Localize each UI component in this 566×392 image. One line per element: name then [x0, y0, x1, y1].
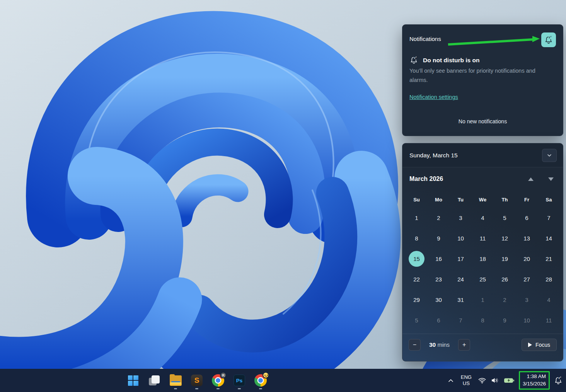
sublime-text-button[interactable]: S [188, 370, 205, 390]
clock-time: 1:38 AM [523, 373, 546, 380]
language-indicator[interactable]: ENG US [461, 374, 472, 387]
chrome-profile-badge: R [220, 372, 227, 378]
calendar-day[interactable]: 14 [538, 228, 560, 249]
network-button[interactable] [478, 376, 486, 385]
calendar-day[interactable]: 18 [472, 249, 494, 269]
calendar-grid: SuMoTuWeThFrSa12345678910111213141516171… [402, 191, 563, 334]
calendar-day[interactable]: 6 [428, 310, 450, 331]
calendar-month-row: March 2026 [402, 167, 563, 191]
calendar-day[interactable]: 11 [538, 310, 560, 331]
play-icon [528, 343, 532, 347]
dnd-status-title: Do not disturb is on [423, 57, 479, 64]
calendar-day[interactable]: 11 [472, 228, 494, 249]
battery-button[interactable] [503, 376, 515, 385]
folder-icon [170, 375, 182, 386]
calendar-day[interactable]: 16 [428, 249, 450, 269]
calendar-day[interactable]: 22 [406, 269, 428, 290]
running-indicator [259, 388, 262, 389]
calendar-day[interactable]: 2 [494, 290, 516, 310]
dnd-status-row: Do not disturb is on [409, 56, 556, 65]
calendar-body: March 2026 SuMoTuWeThFrSa123456789101112… [402, 167, 563, 361]
focus-duration-label: 30 mins [429, 341, 450, 348]
volume-button[interactable] [490, 376, 500, 385]
calendar-day[interactable]: 21 [538, 249, 560, 269]
taskbar: S R Ps [0, 369, 566, 392]
calendar-day[interactable]: 20 [516, 249, 538, 269]
language-line1: ENG [461, 374, 472, 380]
calendar-day[interactable]: 6 [516, 208, 538, 228]
calendar-month-label[interactable]: March 2026 [409, 176, 443, 182]
running-indicator [217, 388, 220, 389]
calendar-day[interactable]: 29 [406, 290, 428, 310]
calendar-day-header: Su [406, 191, 428, 208]
task-view-button[interactable] [146, 370, 163, 390]
calendar-previous-month-button[interactable] [527, 176, 534, 182]
running-indicator [238, 388, 241, 389]
desktop: z z [0, 0, 566, 392]
focus-duration-unit: mins [437, 341, 450, 348]
chrome-profile1-button[interactable]: R [210, 370, 227, 390]
tray-notification-bell-button[interactable] [554, 376, 563, 385]
dnd-status-description: You’ll only see banners for priority not… [409, 66, 554, 85]
calendar-collapse-button[interactable] [542, 149, 557, 162]
start-focus-session-button[interactable]: Focus [522, 339, 557, 351]
running-indicator [195, 388, 198, 389]
calendar-day[interactable]: 8 [406, 228, 428, 249]
calendar-day[interactable]: 1 [472, 290, 494, 310]
clock-highlight-box: 1:38 AM 3/15/2026 [519, 371, 550, 390]
calendar-day[interactable]: 5 [494, 208, 516, 228]
triangle-up-icon [528, 177, 534, 181]
bell-sleep-icon [554, 376, 563, 385]
calendar-day[interactable]: 17 [450, 249, 472, 269]
photoshop-icon: Ps [234, 375, 245, 386]
calendar-day[interactable]: 24 [450, 269, 472, 290]
calendar-day[interactable]: 12 [494, 228, 516, 249]
calendar-day-header: Tu [450, 191, 472, 208]
calendar-day[interactable]: 10 [516, 310, 538, 331]
calendar-day[interactable]: 13 [516, 228, 538, 249]
running-indicator [174, 388, 177, 389]
chevron-up-icon [448, 378, 453, 382]
calendar-day[interactable]: 8 [472, 310, 494, 331]
increase-focus-duration-button[interactable]: + [458, 339, 470, 351]
calendar-day[interactable]: 25 [472, 269, 494, 290]
calendar-day[interactable]: 23 [428, 269, 450, 290]
calendar-day[interactable]: 3 [450, 208, 472, 228]
calendar-day[interactable]: 10 [450, 228, 472, 249]
calendar-day-header: Sa [538, 191, 560, 208]
notification-settings-link[interactable]: Notification settings [409, 94, 458, 100]
photoshop-button[interactable]: Ps [231, 370, 248, 390]
calendar-day[interactable]: 19 [494, 249, 516, 269]
chrome-profile2-button[interactable] [252, 370, 269, 390]
calendar-flyout: Sunday, March 15 March 2026 SuM [402, 143, 563, 361]
calendar-day[interactable]: 5 [406, 310, 428, 331]
calendar-day[interactable]: 31 [450, 290, 472, 310]
calendar-day[interactable]: 9 [494, 310, 516, 331]
focus-session-bar: − 30 mins + Focus [402, 334, 563, 355]
calendar-day[interactable]: 26 [494, 269, 516, 290]
clock[interactable]: 1:38 AM 3/15/2026 [523, 373, 546, 388]
decrease-focus-duration-button[interactable]: − [409, 339, 421, 351]
calendar-day[interactable]: 3 [516, 290, 538, 310]
wifi-icon [478, 376, 486, 385]
calendar-month-nav [527, 176, 554, 182]
notification-center-header: Notifications [409, 32, 556, 47]
calendar-day[interactable]: 30 [428, 290, 450, 310]
start-button[interactable] [124, 370, 142, 390]
calendar-next-month-button[interactable] [547, 176, 554, 182]
calendar-day[interactable]: 4 [538, 290, 560, 310]
task-view-icon [148, 375, 160, 386]
calendar-day[interactable]: 1 [406, 208, 428, 228]
calendar-day[interactable]: 2 [428, 208, 450, 228]
do-not-disturb-toggle-button[interactable] [541, 32, 556, 47]
calendar-day[interactable]: 4 [472, 208, 494, 228]
calendar-day[interactable]: 28 [538, 269, 560, 290]
calendar-day[interactable]: 27 [516, 269, 538, 290]
calendar-day[interactable]: 7 [538, 208, 560, 228]
file-explorer-button[interactable] [167, 370, 184, 390]
show-hidden-icons-button[interactable] [447, 375, 455, 386]
calendar-day[interactable]: 9 [428, 228, 450, 249]
calendar-day[interactable]: 7 [450, 310, 472, 331]
calendar-day-selected[interactable]: 15 [406, 249, 428, 269]
sublime-icon: S [191, 375, 203, 386]
